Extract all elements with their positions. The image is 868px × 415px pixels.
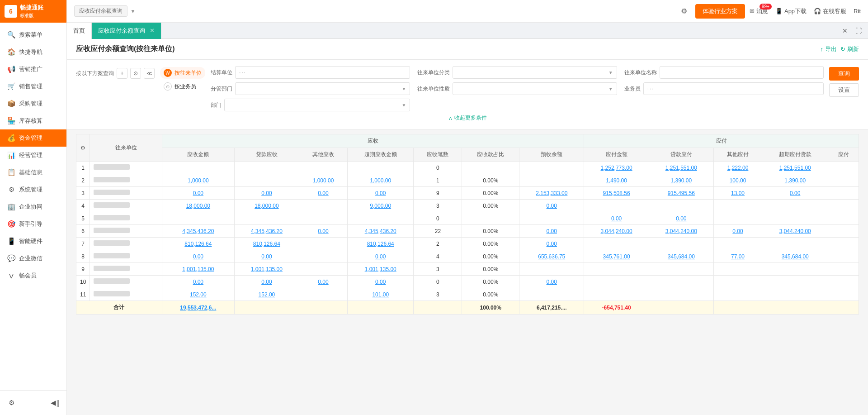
table-cell[interactable]: 2,153,333.00 [519, 187, 584, 200]
user-avatar[interactable]: Rit [854, 8, 861, 14]
collapse-more-button[interactable]: ∧ 收起更多条件 [76, 111, 859, 124]
table-cell[interactable]: 18,000.00 [234, 200, 299, 212]
setting-button[interactable]: 设置 [829, 83, 859, 97]
close-window-icon[interactable]: ✕ [839, 25, 851, 37]
table-cell[interactable]: 0.00 [519, 200, 584, 212]
table-cell[interactable]: 810,126.64 [348, 238, 414, 250]
table-cell[interactable]: 18,000.00 [162, 200, 234, 212]
table-cell[interactable]: 1,390.00 [762, 174, 828, 187]
table-cell[interactable]: 0.00 [714, 225, 762, 238]
settlement-unit-input[interactable]: ··· [235, 66, 410, 79]
table-cell[interactable]: 0.00 [162, 276, 234, 288]
sidebar-item-guide[interactable]: 🎯 新手引导 [0, 215, 66, 233]
maximize-window-icon[interactable]: ⛶ [853, 25, 864, 37]
sidebar-item-member[interactable]: V 畅会员 [0, 267, 66, 284]
table-cell[interactable]: 0.00 [649, 212, 713, 225]
partner-nature-input[interactable]: ▼ [453, 82, 617, 95]
table-cell[interactable]: 1,251,551.00 [762, 162, 828, 174]
table-cell[interactable]: 1,000.00 [299, 174, 348, 187]
table-cell[interactable]: 0.00 [762, 187, 828, 200]
table-cell[interactable]: 1,490.00 [584, 174, 649, 187]
table-cell[interactable]: 1,000.00 [162, 174, 234, 187]
table-cell[interactable]: 4,345,436.20 [348, 225, 414, 238]
division-input[interactable]: ▼ [235, 82, 410, 95]
table-cell[interactable]: 0.00 [519, 276, 584, 288]
sidebar-item-inventory[interactable]: 🏪 库存核算 [0, 112, 66, 129]
table-cell[interactable]: 915,495.56 [649, 187, 713, 200]
table-cell[interactable]: 915,508.56 [584, 187, 649, 200]
table-cell[interactable]: 1,001,135.00 [348, 263, 414, 276]
table-cell[interactable]: 4,345,436.20 [234, 225, 299, 238]
tab-query[interactable]: 应收应付余额查询 ✕ [92, 23, 161, 39]
table-cell[interactable]: 0.00 [299, 276, 348, 288]
table-cell[interactable]: 810,126.64 [162, 238, 234, 250]
table-cell[interactable]: 0.00 [299, 187, 348, 200]
sidebar-item-base[interactable]: 📋 基础信息 [0, 164, 66, 181]
sidebar-item-wechat[interactable]: 💬 企业微信 [0, 250, 66, 267]
table-cell[interactable]: 1,001,135.00 [234, 263, 299, 276]
collapse-scheme-button[interactable]: ≪ [144, 68, 155, 79]
table-cell[interactable]: 0.00 [519, 225, 584, 238]
table-cell[interactable]: 0.00 [584, 212, 649, 225]
tab-home[interactable]: 首页 [67, 23, 92, 39]
table-cell[interactable]: 1,000.00 [348, 174, 414, 187]
table-cell[interactable]: 77.00 [714, 250, 762, 263]
table-cell[interactable]: 152.00 [234, 288, 299, 301]
table-cell[interactable]: 0.00 [162, 250, 234, 263]
table-cell[interactable]: 0.00 [519, 238, 584, 250]
table-cell[interactable]: 1,252,773.00 [584, 162, 649, 174]
table-cell[interactable]: 4,345,436.20 [162, 225, 234, 238]
table-cell[interactable]: 0.00 [234, 276, 299, 288]
table-cell[interactable]: 0.00 [348, 187, 414, 200]
department-input[interactable]: ▼ [224, 99, 410, 111]
sidebar-item-hardware[interactable]: 📱 智能硬件 [0, 233, 66, 250]
message-button[interactable]: ✉ 消息 99+ [750, 7, 768, 15]
partner-name-input[interactable] [660, 66, 824, 79]
query-button[interactable]: 查询 [829, 67, 859, 81]
tab-close-icon[interactable]: ✕ [150, 27, 155, 34]
table-cell[interactable]: 0.00 [234, 187, 299, 200]
export-button[interactable]: ↑ 导出 [821, 45, 837, 53]
add-scheme-button[interactable]: + [117, 68, 127, 79]
sidebar-item-finance[interactable]: 💰 资金管理 [0, 129, 66, 147]
filter-by-partner[interactable]: W 按往来单位 [160, 67, 205, 79]
table-cell[interactable]: 9,000.00 [348, 200, 414, 212]
sidebar-item-operations[interactable]: 📊 经营管理 [0, 147, 66, 164]
sidebar-item-search[interactable]: 🔍 搜索菜单 [0, 26, 66, 43]
filter-by-staff[interactable]: ⊙ 按业务员 [160, 81, 205, 92]
table-cell[interactable]: 1,390.00 [649, 174, 713, 187]
table-cell[interactable]: 345,684.00 [649, 250, 713, 263]
breadcrumb-dropdown-icon[interactable]: ▼ [130, 8, 136, 14]
table-cell[interactable]: 655,636.75 [519, 250, 584, 263]
sidebar-item-system[interactable]: ⚙ 系统管理 [0, 181, 66, 198]
gear-button[interactable]: ⚙ [677, 5, 691, 18]
table-cell[interactable]: 345,761.00 [584, 250, 649, 263]
table-cell[interactable]: 13.00 [714, 187, 762, 200]
table-cell[interactable]: 810,126.64 [234, 238, 299, 250]
sidebar-item-sales[interactable]: 🛒 销售管理 [0, 78, 66, 95]
table-col-settings[interactable]: ⚙ [76, 134, 90, 162]
app-download-button[interactable]: 📱 App下载 [775, 7, 807, 15]
trial-button[interactable]: 体验行业方案 [695, 4, 745, 19]
manage-scheme-button[interactable]: ⊙ [130, 68, 141, 79]
table-cell[interactable]: 0.00 [348, 276, 414, 288]
table-cell[interactable]: 0.00 [299, 225, 348, 238]
table-cell[interactable]: 345,684.00 [762, 250, 828, 263]
sidebar-item-corp[interactable]: 🏢 企业协同 [0, 198, 66, 215]
table-cell[interactable]: 101.00 [348, 288, 414, 301]
customer-service-button[interactable]: 🎧 在线客服 [814, 7, 846, 15]
table-cell[interactable]: 1,222.00 [714, 162, 762, 174]
partner-category-input[interactable]: ▼ [453, 66, 617, 79]
table-cell[interactable]: 3,044,240.00 [762, 225, 828, 238]
total-ar-amount[interactable]: 19,553,472,6... [162, 301, 234, 315]
sidebar-item-purchase[interactable]: 📦 采购管理 [0, 95, 66, 112]
table-cell[interactable]: 0.00 [348, 250, 414, 263]
table-cell[interactable]: 3,044,240.00 [649, 225, 713, 238]
sidebar-settings-btn[interactable]: ⚙ ◀‖ [0, 395, 66, 410]
table-cell[interactable]: 1,001,135.00 [162, 263, 234, 276]
salesperson-input[interactable]: ··· [643, 82, 824, 95]
sidebar-item-quicknav[interactable]: 🏠 快捷导航 [0, 43, 66, 61]
sidebar-item-marketing[interactable]: 📢 营销推广 [0, 61, 66, 78]
table-cell[interactable]: 0.00 [234, 250, 299, 263]
table-cell[interactable]: 152.00 [162, 288, 234, 301]
